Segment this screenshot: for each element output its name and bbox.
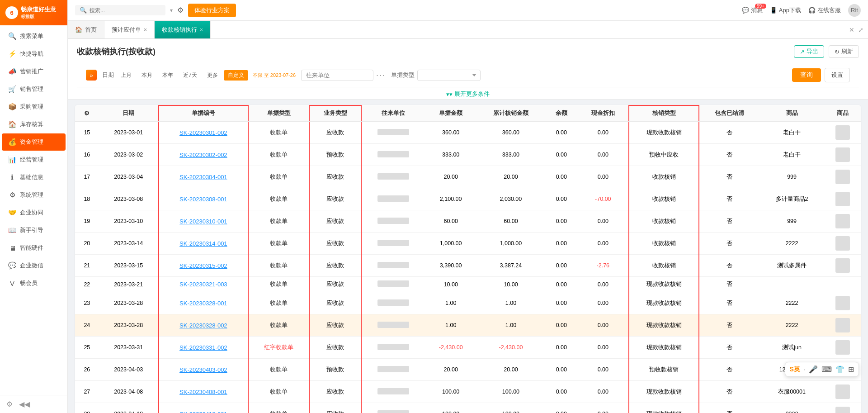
goods-thumbnail xyxy=(835,147,850,162)
close-tab-icon[interactable]: ✕ xyxy=(849,26,854,33)
voucher-no-link[interactable]: SK-20230418-001 xyxy=(179,411,227,413)
tab-prepaid-payables[interactable]: 预计应付单 × xyxy=(104,21,155,38)
app-download-button[interactable]: 📱 App下载 xyxy=(770,6,801,14)
table-row: 18 2023-03-08 SK-20230308-001 收款单 应收款 2,… xyxy=(75,188,861,210)
floating-grid-icon[interactable]: ⊞ xyxy=(848,365,854,374)
tab-home[interactable]: 🏠 首页 xyxy=(68,21,104,38)
cell-goods: 2222 xyxy=(760,292,824,314)
voucher-no-link[interactable]: SK-20230331-002 xyxy=(179,344,227,351)
collapse-icon[interactable]: ◀◀ xyxy=(19,400,30,408)
voucher-no-link[interactable]: SK-20230321-003 xyxy=(179,281,227,288)
settings-icon[interactable]: ⚙ xyxy=(6,400,13,408)
cell-goods: 999 xyxy=(760,210,824,233)
filter-this-month-btn[interactable]: 本月 xyxy=(137,70,156,81)
sidebar-item-库存核算[interactable]: 🏠库存核算 xyxy=(2,116,66,133)
filter-more-row: ▾▾ 展开更多条件 xyxy=(77,87,859,99)
floating-keyboard-icon[interactable]: ⌨ xyxy=(821,365,832,374)
messages-button[interactable]: 💬 消息 99+ xyxy=(742,6,763,14)
voucher-no-link[interactable]: SK-20230328-002 xyxy=(179,322,227,329)
cell-counterparty xyxy=(361,292,425,314)
sidebar-icon-6: 💰 xyxy=(8,138,16,146)
topbar-chevron-icon[interactable]: ▾ xyxy=(170,7,173,14)
counterparty-input[interactable] xyxy=(301,70,373,81)
export-button[interactable]: ↗ 导出 xyxy=(794,45,824,58)
voucher-type-select[interactable] xyxy=(417,70,481,81)
cell-verify-type: 收款核销 xyxy=(629,255,699,277)
cell-biz-type: 应收款 xyxy=(309,314,361,337)
cell-goods: 测试多属件 xyxy=(760,255,824,277)
sidebar-item-快捷导航[interactable]: ⚡快捷导航 xyxy=(2,45,66,62)
cell-amount: 1.00 xyxy=(425,314,476,337)
voucher-no-link[interactable]: SK-20230308-001 xyxy=(179,196,227,203)
expand-more-conditions-button[interactable]: ▾▾ 展开更多条件 xyxy=(441,89,495,99)
sidebar-item-资金管理[interactable]: 💰资金管理 xyxy=(2,133,66,151)
filter-this-year-btn[interactable]: 本年 xyxy=(158,70,177,81)
user-avatar[interactable]: Rit xyxy=(848,4,861,17)
cell-verified-amount: 360.00 xyxy=(476,121,545,144)
topbar-search[interactable]: 🔍 xyxy=(75,5,165,15)
online-service-button[interactable]: 🎧 在线客服 xyxy=(808,6,841,14)
voucher-no-link[interactable]: SK-20230328-001 xyxy=(179,300,227,307)
sidebar-item-系统管理[interactable]: ⚙系统管理 xyxy=(2,186,66,204)
sidebar-item-经营管理[interactable]: 📊经营管理 xyxy=(2,151,66,168)
cell-date: 2023-03-28 xyxy=(99,314,159,337)
filter-expand-button[interactable]: » xyxy=(86,70,97,81)
cell-voucher-type: 收款单 xyxy=(248,166,309,188)
voucher-no-link[interactable]: SK-20230403-002 xyxy=(179,366,227,373)
cell-biz-type: 应收款 xyxy=(309,337,361,359)
voucher-no-link[interactable]: SK-20230304-001 xyxy=(179,174,227,180)
cell-goods: 999 xyxy=(760,166,824,188)
cell-seq: 26 xyxy=(75,359,99,381)
sidebar-item-畅会员[interactable]: V畅会员 xyxy=(2,275,66,292)
topbar-gear-icon[interactable]: ⚙ xyxy=(177,6,184,14)
refresh-button[interactable]: ↻ 刷新 xyxy=(829,45,859,58)
tab-receipt-close-icon[interactable]: × xyxy=(200,27,203,33)
filter-more-date-btn[interactable]: 更多 xyxy=(203,70,222,81)
topbar-right: 💬 消息 99+ 📱 App下载 🎧 在线客服 Rit xyxy=(742,4,861,17)
cell-cash-discount: 0.00 xyxy=(578,314,629,337)
sidebar-item-销售管理[interactable]: 🛒销售管理 xyxy=(2,81,66,98)
search-input[interactable] xyxy=(90,7,161,14)
query-button[interactable]: 查询 xyxy=(792,68,821,82)
voucher-no-link[interactable]: SK-20230302-002 xyxy=(179,152,227,158)
table-header-row: ⚙ 日期 单据编号 单据类型 业务类型 往来单位 单据金额 累计核销金额 余额 … xyxy=(75,105,861,121)
filter-settings-button[interactable]: 设置 xyxy=(825,68,850,82)
filter-last-month-btn[interactable]: 上月 xyxy=(117,70,136,81)
cell-include-settled: 否 xyxy=(699,314,760,337)
voucher-no-link[interactable]: SK-20230314-001 xyxy=(179,240,227,247)
cell-amount: 60.00 xyxy=(425,210,476,233)
filter-dots[interactable]: ··· xyxy=(376,71,386,80)
sidebar-item-搜索菜单[interactable]: 🔍搜索菜单 xyxy=(2,28,66,45)
floating-shirt-icon[interactable]: 👕 xyxy=(835,365,844,374)
tab-receipt-verification[interactable]: 收款核销执行 × xyxy=(155,21,211,38)
sidebar-item-智能硬件[interactable]: 🖥智能硬件 xyxy=(2,239,66,256)
table-row: 15 2023-03-01 SK-20230301-002 收款单 应收款 36… xyxy=(75,121,861,144)
table-row: 16 2023-03-02 SK-20230302-002 收款单 预收款 33… xyxy=(75,144,861,166)
table-row: 23 2023-03-28 SK-20230328-001 收款单 应收款 1.… xyxy=(75,292,861,314)
filter-custom-btn[interactable]: 自定义 xyxy=(224,70,248,81)
floating-mic-icon[interactable]: 🎤 xyxy=(809,365,818,374)
sidebar-item-采购管理[interactable]: 📦采购管理 xyxy=(2,98,66,115)
cell-voucher-no: SK-20230302-002 xyxy=(159,144,248,166)
industry-solution-button[interactable]: 体验行业方案 xyxy=(188,4,236,17)
sidebar-item-企业协同[interactable]: 🤝企业协同 xyxy=(2,204,66,221)
floating-input-bar: S英 · 🎤 ⌨ 👕 ⊞ xyxy=(785,362,859,377)
sidebar-item-新手引导[interactable]: 📖新手引导 xyxy=(2,222,66,239)
sidebar-item-基础信息[interactable]: ℹ基础信息 xyxy=(2,169,66,186)
voucher-no-link[interactable]: SK-20230315-002 xyxy=(179,262,227,269)
floating-dot: · xyxy=(804,367,805,372)
cell-date: 2023-03-04 xyxy=(99,166,159,188)
voucher-no-link[interactable]: SK-20230408-001 xyxy=(179,389,227,395)
sidebar-icon-4: 📦 xyxy=(8,103,16,111)
filter-7days-btn[interactable]: 近7天 xyxy=(179,70,201,81)
sidebar-item-企业微信[interactable]: 💬企业微信 xyxy=(2,257,66,274)
sidebar-icon-7: 📊 xyxy=(8,156,16,164)
tab-prepaid-close-icon[interactable]: × xyxy=(144,27,147,33)
cell-seq: 27 xyxy=(75,381,99,403)
voucher-no-link[interactable]: SK-20230310-001 xyxy=(179,218,227,225)
voucher-no-link[interactable]: SK-20230301-002 xyxy=(179,129,227,136)
expand-tab-icon[interactable]: ⤢ xyxy=(858,26,863,33)
cell-voucher-no: SK-20230304-001 xyxy=(159,166,248,188)
table-row: 28 2023-04-18 SK-20230418-001 收款单 应收款 10… xyxy=(75,403,861,413)
sidebar-item-营销推广[interactable]: 📣营销推广 xyxy=(2,63,66,80)
